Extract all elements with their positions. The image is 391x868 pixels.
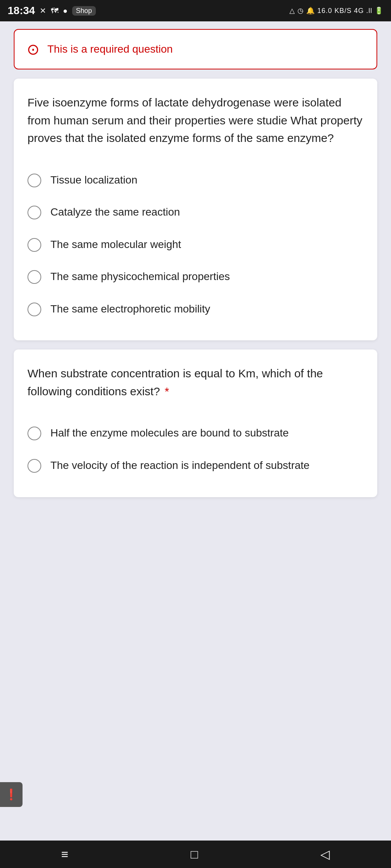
option-label-q1-1: Tissue localization: [50, 172, 137, 188]
back-icon: ◁: [320, 847, 330, 861]
status-bar-right: △ ◷ 🔔 16.0 KB/S 4G .ll 🔋: [289, 6, 383, 15]
radio-circle-q1-3[interactable]: [27, 238, 41, 252]
option-label-q1-4: The same physicochemical properties: [50, 269, 230, 285]
required-warning: ⊙ This is a required question: [14, 29, 377, 69]
radio-circle-q1-1[interactable]: [27, 174, 41, 187]
warning-icon: ⊙: [27, 40, 40, 58]
question-1-text: Five isoenzyme forms of lactate dehydrog…: [27, 94, 364, 147]
status-icon-circle: ●: [63, 6, 68, 15]
question-2-option-2[interactable]: The velocity of the reaction is independ…: [27, 449, 364, 482]
option-label-q1-3: The same molecular weight: [50, 237, 181, 253]
option-label-q2-2: The velocity of the reaction is independ…: [50, 458, 310, 473]
question-1-options: Tissue localization Catalyze the same re…: [27, 164, 364, 325]
status-icon-map: 🗺: [51, 6, 58, 15]
feedback-icon: ❗: [5, 789, 18, 800]
option-label-q1-2: Catalyze the same reaction: [50, 205, 180, 220]
radio-circle-q1-2[interactable]: [27, 206, 41, 219]
question-1-option-4[interactable]: The same physicochemical properties: [27, 261, 364, 293]
main-content: ⊙ This is a required question Five isoen…: [0, 21, 391, 543]
status-bar: 18:34 ✕ 🗺 ● Shop △ ◷ 🔔 16.0 KB/S 4G .ll …: [0, 0, 391, 21]
option-label-q2-1: Half the enzyme molecules are bound to s…: [50, 425, 289, 441]
shop-pill: Shop: [72, 6, 96, 16]
signal-icons: △ ◷ 🔔 16.0 KB/S 4G .ll 🔋: [289, 6, 383, 15]
question-2-options: Half the enzyme molecules are bound to s…: [27, 417, 364, 482]
nav-back-button[interactable]: ◁: [309, 843, 341, 865]
radio-circle-q2-2[interactable]: [27, 459, 41, 473]
bottom-nav: ≡ □ ◁: [0, 841, 391, 868]
required-star: *: [165, 385, 169, 398]
question-2-option-1[interactable]: Half the enzyme molecules are bound to s…: [27, 417, 364, 449]
question-1-option-2[interactable]: Catalyze the same reaction: [27, 196, 364, 229]
question-1-option-5[interactable]: The same electrophoretic mobility: [27, 293, 364, 325]
warning-text: This is a required question: [47, 43, 173, 55]
radio-circle-q2-1[interactable]: [27, 427, 41, 440]
status-bar-left: 18:34 ✕ 🗺 ● Shop: [8, 5, 96, 17]
question-1-card: Five isoenzyme forms of lactate dehydrog…: [14, 79, 377, 340]
nav-home-button[interactable]: □: [179, 844, 209, 865]
nav-menu-button[interactable]: ≡: [50, 844, 80, 865]
question-1-option-1[interactable]: Tissue localization: [27, 164, 364, 196]
question-2-card: When substrate concentration is equal to…: [14, 349, 377, 497]
option-label-q1-5: The same electrophoretic mobility: [50, 301, 210, 317]
radio-circle-q1-4[interactable]: [27, 270, 41, 284]
feedback-button[interactable]: ❗: [0, 782, 23, 807]
question-1-option-3[interactable]: The same molecular weight: [27, 229, 364, 261]
home-icon: □: [191, 847, 198, 861]
question-2-text: When substrate concentration is equal to…: [27, 365, 364, 400]
status-time: 18:34: [8, 5, 35, 17]
menu-icon: ≡: [61, 847, 68, 861]
radio-circle-q1-5[interactable]: [27, 303, 41, 316]
question-2-text-content: When substrate concentration is equal to…: [27, 367, 323, 398]
status-icon-x: ✕: [40, 6, 46, 15]
